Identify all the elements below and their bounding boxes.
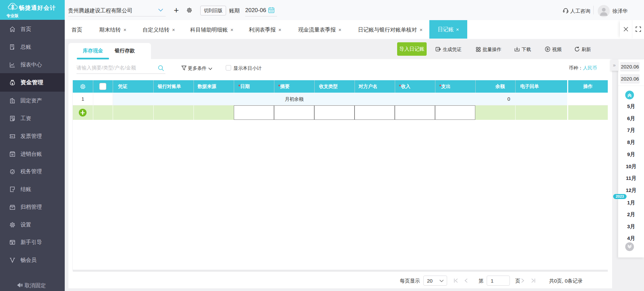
svg-text:¥: ¥	[11, 135, 13, 138]
svg-text:¥: ¥	[12, 47, 14, 50]
